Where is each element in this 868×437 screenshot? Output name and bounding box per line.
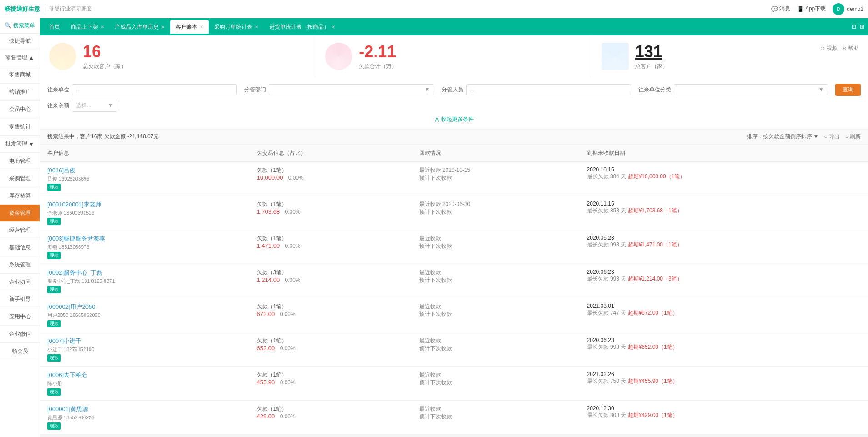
overdue-link-1[interactable]: 超期¥1,703.68（1笔） bbox=[628, 207, 682, 214]
sidebar-item-retail-stats[interactable]: 零售统计 bbox=[0, 118, 40, 136]
stat-value-debt-customers: 16 bbox=[83, 43, 126, 61]
supplier-input[interactable]: ... bbox=[72, 84, 237, 95]
customer-name-link-0[interactable]: [0016]吕俊 bbox=[47, 166, 242, 175]
overdue-link-2[interactable]: 超期¥1,471.00（1笔） bbox=[628, 241, 682, 248]
tab-close-finished-goods[interactable]: ✕ bbox=[161, 25, 165, 30]
customer-sub-0: 吕俊 13026203696 bbox=[47, 176, 242, 182]
export-btn[interactable]: ○ 导出 bbox=[824, 133, 840, 141]
sidebar-item-enterprise[interactable]: 企业协同 bbox=[0, 274, 40, 291]
tab-inbound-stats[interactable]: 进货单统计表（按商品） ✕ bbox=[264, 20, 341, 34]
overdue-link-5[interactable]: 超期¥652.00（1笔） bbox=[628, 344, 678, 350]
sidebar-item-member[interactable]: 畅会员 bbox=[0, 343, 40, 360]
stat-icon-debt bbox=[325, 43, 352, 70]
tab-finished-goods[interactable]: 产成品入库单历史 ✕ bbox=[110, 20, 170, 34]
td-customer-info-0: [0016]吕俊 吕俊 13026203696 现款 bbox=[40, 161, 250, 196]
filter-item-category: 往来单位分类 ▼ bbox=[638, 84, 828, 95]
customer-name-link-2[interactable]: [0003]畅捷服务尹海燕 bbox=[47, 235, 242, 243]
stat-value-debt-total: -2.11 bbox=[359, 43, 397, 61]
table-row: [0006]去下粮仓 陈小册 现款 欠款（1笔） 455.90 0.00% 最近… bbox=[40, 366, 868, 400]
stat-icon-total bbox=[602, 43, 629, 70]
window-expand-btn[interactable]: ⊞ bbox=[860, 24, 864, 30]
app-download-btn[interactable]: 📱 App下载 bbox=[797, 5, 826, 13]
overdue-link-6[interactable]: 超期¥455.90（1笔） bbox=[628, 378, 678, 384]
sidebar-item-inventory[interactable]: 库存核算 bbox=[0, 187, 40, 205]
sidebar-item-system[interactable]: 系统管理 bbox=[0, 256, 40, 274]
tab-close-product-listing[interactable]: ✕ bbox=[100, 25, 104, 30]
sidebar-item-operations[interactable]: 经营管理 bbox=[0, 222, 40, 239]
debt-amount-0: 10,000.00 bbox=[257, 174, 283, 181]
td-debt-info-5: 欠款（1笔） 652.00 0.00% bbox=[250, 332, 412, 366]
debt-label-1: 欠款（1笔） bbox=[257, 201, 405, 208]
tab-close-purchase-orders[interactable]: ✕ bbox=[255, 25, 258, 30]
overdue-link-3[interactable]: 超期¥1,214.00（3笔） bbox=[628, 276, 682, 282]
customer-name-link-5[interactable]: [0007]小迸干 bbox=[47, 337, 242, 345]
sidebar-search[interactable]: 🔍 搜索菜单 bbox=[0, 18, 40, 34]
overdue-link-4[interactable]: 超期¥672.00（1笔） bbox=[628, 310, 678, 316]
sidebar-item-wholesale[interactable]: 批发管理▼ bbox=[0, 136, 40, 153]
table-row: [0016]吕俊 吕俊 13026203696 现款 欠款（1笔） 10,000… bbox=[40, 161, 868, 196]
next-collect-7: 预计下次收款 bbox=[419, 413, 572, 421]
customer-name-link-7[interactable]: [000001]黄思源 bbox=[47, 405, 242, 413]
recent-collect-4: 最近收款 bbox=[419, 303, 572, 311]
window-restore-btn[interactable]: ⊡ bbox=[852, 24, 856, 30]
sidebar-item-retail-mall[interactable]: 零售商城 bbox=[0, 66, 40, 84]
td-due-date-2: 2020.06.23 最长欠款 998 天 超期¥1,471.00（1笔） bbox=[580, 230, 868, 264]
search-button[interactable]: 查询 bbox=[835, 84, 861, 96]
sidebar-item-ecommerce[interactable]: 电商管理 bbox=[0, 153, 40, 170]
help-btn[interactable]: ⊕ 帮助 bbox=[842, 45, 859, 52]
tab-close-inbound-stats[interactable]: ✕ bbox=[331, 25, 335, 30]
sidebar-item-finance[interactable]: 资金管理 bbox=[0, 205, 40, 222]
td-debt-info-6: 欠款（1笔） 455.90 0.00% bbox=[250, 366, 412, 400]
balance-select[interactable]: 选择... ▼ bbox=[72, 100, 117, 112]
filter-row-2: 往来余额 选择... ▼ bbox=[47, 100, 861, 112]
message-icon: 💬 bbox=[771, 6, 778, 12]
refresh-btn[interactable]: ○ 刷新 bbox=[845, 133, 861, 141]
customer-name-link-6[interactable]: [0006]去下粮仓 bbox=[47, 371, 242, 379]
sidebar-item-guide[interactable]: 新手引导 bbox=[0, 291, 40, 308]
td-due-date-6: 2021.02.26 最长欠款 750 天 超期¥455.90（1笔） bbox=[580, 366, 868, 400]
customer-name-link-1[interactable]: [0001020001]李老师 bbox=[47, 201, 242, 209]
collapse-filters-row[interactable]: ⋀ 收起更多条件 bbox=[47, 116, 861, 123]
stat-value-total-customers: 131 bbox=[635, 43, 668, 61]
overdue-link-0[interactable]: 超期¥10,000.00（1笔） bbox=[628, 173, 686, 180]
sort-chevron-icon[interactable]: ▼ bbox=[813, 133, 819, 140]
customer-name-link-3[interactable]: [0002]服务中心_丁磊 bbox=[47, 269, 242, 277]
th-debt-info: 欠交易信息（占比） bbox=[250, 145, 412, 162]
sidebar-item-apps[interactable]: 应用中心 bbox=[0, 308, 40, 326]
department-input[interactable]: ▼ bbox=[269, 84, 434, 95]
app-subtitle: 母婴行业演示账套 bbox=[49, 5, 92, 13]
td-customer-info-3: [0002]服务中心_丁磊 服务中心_丁磊 181 0125 8371 现款 bbox=[40, 264, 250, 298]
tab-product-listing[interactable]: 商品上下架 ✕ bbox=[65, 20, 110, 34]
sidebar-item-basic-info[interactable]: 基础信息 bbox=[0, 239, 40, 256]
tab-home[interactable]: 首页 bbox=[44, 20, 65, 34]
message-btn[interactable]: 💬 消息 bbox=[771, 5, 790, 13]
person-input[interactable]: ... bbox=[466, 84, 631, 95]
debt-label-4: 欠款（1笔） bbox=[257, 303, 405, 311]
user-area[interactable]: D demo2 bbox=[833, 3, 863, 15]
sidebar-item-marketing[interactable]: 营销推广 bbox=[0, 84, 40, 101]
sidebar-quick-nav[interactable]: 快捷导航 bbox=[0, 34, 40, 49]
results-summary: 搜索结果中，客户16家 欠款金额 -21,148.07元 bbox=[47, 133, 159, 141]
category-input[interactable]: ▼ bbox=[674, 84, 828, 95]
overdue-days-7: 最长欠款 808 天 超期¥429.00（1笔） bbox=[587, 412, 861, 419]
video-btn[interactable]: ⊙ 视频 bbox=[820, 45, 837, 52]
sidebar-item-member-center[interactable]: 会员中心 bbox=[0, 101, 40, 118]
results-bar-right: 排序：按欠款金额倒序排序 ▼ ○ 导出 ○ 刷新 bbox=[747, 133, 861, 141]
tab-close-customer-ledger[interactable]: ✕ bbox=[200, 25, 203, 30]
overdue-link-7[interactable]: 超期¥429.00（1笔） bbox=[628, 412, 678, 418]
sidebar-item-purchase[interactable]: 采购管理 bbox=[0, 170, 40, 187]
recent-collect-3: 最近收款 bbox=[419, 269, 572, 276]
filter-item-balance: 往来余额 选择... ▼ bbox=[47, 100, 117, 112]
td-collection-0: 最近收款 2020-10-15 预计下次收款 bbox=[412, 161, 580, 196]
td-customer-info-7: [000001]黄思源 黄思源 13552700226 现款 bbox=[40, 400, 250, 434]
table-row: [0003]畅捷服务尹海燕 海燕 18513066976 现款 欠款（1笔） 1… bbox=[40, 230, 868, 264]
sidebar-item-wechat[interactable]: 企业微信 bbox=[0, 326, 40, 343]
tab-purchase-orders[interactable]: 采购订单统计表 ✕ bbox=[209, 20, 264, 34]
customer-name-link-4[interactable]: [000002]用户2050 bbox=[47, 303, 242, 311]
tab-customer-ledger[interactable]: 客户账本 ✕ bbox=[170, 20, 209, 34]
td-customer-info-4: [000002]用户2050 用户2050 18665062050 现款 bbox=[40, 298, 250, 332]
debt-amount-3: 1,214.00 bbox=[257, 276, 280, 283]
table-row: [000001]黄思源 黄思源 13552700226 现款 欠款（1笔） 42… bbox=[40, 400, 868, 434]
sidebar-item-retail-management[interactable]: 零售管理▲ bbox=[0, 49, 40, 66]
debt-pct-2: 0.00% bbox=[285, 243, 300, 249]
